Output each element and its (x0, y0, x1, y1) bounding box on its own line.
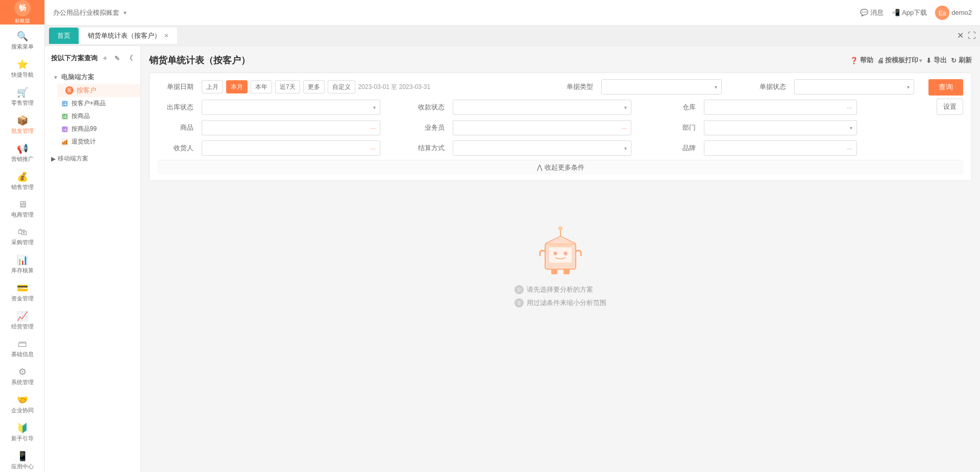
tabbar: 首页 销货单统计表（按客户） ✕ ✕ ⛶ (45, 26, 980, 46)
sales-report-tab-label: 销货单统计表（按客户） (88, 31, 161, 40)
add-scheme-btn[interactable]: ＋ (100, 53, 110, 63)
tree-desktop-header[interactable]: ▼ 电脑端方案 (45, 70, 140, 84)
sidebar-item-inventory[interactable]: 📊 库存核算 (0, 250, 44, 278)
tab-sales-report[interactable]: 销货单统计表（按客户） ✕ (80, 28, 177, 44)
receiver-ellipsis[interactable]: ··· (370, 145, 376, 152)
query-btn-group: 查询 设置 (928, 79, 963, 115)
tab-close-window-btn[interactable]: ✕ (957, 31, 964, 40)
settlement-label: 结算方式 (409, 144, 445, 153)
warehouse-ellipsis[interactable]: ··· (847, 104, 852, 111)
tree-item-return-stats[interactable]: 退货统计 (57, 135, 140, 148)
goods-input[interactable]: ··· (202, 120, 380, 135)
tab-maximize-btn[interactable]: ⛶ (968, 31, 976, 40)
tree-desktop-items: 客 按客户 按客户+商品 按商品 (45, 84, 140, 148)
sidebar-item-basic[interactable]: 🗃 基础信息 (0, 335, 44, 362)
sidebar-item-system[interactable]: ⚙ 系统管理 (0, 362, 44, 390)
message-icon: 💬 (860, 9, 868, 16)
app-download-btn[interactable]: 📲 App下载 (892, 8, 927, 17)
collab-icon: 🤝 (17, 394, 28, 406)
ecommerce-icon: 🖥 (18, 199, 27, 210)
sidebar-item-sales[interactable]: 💰 销售管理 (0, 167, 44, 195)
export-btn[interactable]: ⬇ 导出 (926, 56, 947, 65)
sidebar-item-search[interactable]: 🔍 搜索菜单 (0, 27, 44, 55)
page-title: 销货单统计表（按客户） (149, 54, 250, 66)
filter-goods-row: 商品 ··· 业务员 ··· 部 (158, 120, 914, 135)
help-btn[interactable]: ❓ 帮助 (850, 56, 873, 65)
message-btn[interactable]: 💬 消息 (860, 8, 884, 17)
svg-rect-5 (63, 114, 67, 119)
date-btn-more[interactable]: 更多 (303, 80, 325, 93)
sidebar-item-purchase[interactable]: 🛍 采购管理 (0, 223, 44, 250)
tree-item-by-goods99[interactable]: 按商品99 (57, 123, 140, 135)
inventory-icon: 📊 (17, 254, 28, 266)
page-title-actions: ❓ 帮助 🖨 按模板打印 ▾ ⬇ 导出 ↻ 刷新 (850, 56, 972, 65)
topbar-arrow: ▾ (124, 9, 127, 16)
date-btn-7days[interactable]: 近7天 (275, 80, 300, 93)
sidebar-item-collab[interactable]: 🤝 企业协同 (0, 390, 44, 418)
filter-area: 单据日期 上月 本月 本年 近7天 更多 自定义 2023-03-01 至 20… (149, 73, 972, 181)
tree-mobile-header[interactable]: ▶ 移动端方案 (45, 152, 140, 165)
brand-input[interactable]: ··· (704, 140, 857, 156)
settlement-input[interactable]: ▾ (453, 140, 631, 156)
sidebar-menu: 🔍 搜索菜单 ⭐ 快捷导航 🛒 零售管理 📦 批发管理 📢 营销推广 💰 销售管… (0, 27, 44, 472)
salesperson-input[interactable]: ··· (453, 120, 631, 135)
sidebar-item-marketing[interactable]: 📢 营销推广 (0, 139, 44, 167)
collapse-panel-btn[interactable]: 《 (124, 53, 134, 63)
empty-tip-2: ② 用过滤条件来缩小分析范围 (514, 298, 606, 308)
tree-item-customer-goods[interactable]: 按客户+商品 (57, 97, 140, 110)
svg-point-19 (554, 252, 557, 255)
dept-input[interactable]: ▾ (704, 120, 857, 135)
refresh-btn[interactable]: ↻ 刷新 (951, 56, 972, 65)
sidebar-item-guide[interactable]: 🔰 新手引导 (0, 418, 44, 446)
print-icon: 🖨 (877, 57, 884, 64)
query-button[interactable]: 查询 (928, 79, 963, 96)
date-btn-this-year[interactable]: 本年 (251, 80, 272, 93)
svg-rect-8 (63, 127, 67, 131)
app-subtitle: 标账版 (15, 17, 30, 25)
tree-desktop-section: ▼ 电脑端方案 客 按客户 按客户+商品 (45, 70, 140, 148)
sales-icon: 💰 (17, 171, 28, 182)
tree-item-by-customer[interactable]: 客 按客户 (57, 84, 140, 97)
warehouse-label: 仓库 (660, 103, 696, 112)
side-panel: 按以下方案查询 ＋ ✎ 《 ▼ 电脑端方案 客 按客户 (45, 46, 141, 472)
svg-rect-11 (62, 142, 64, 145)
brand-ellipsis[interactable]: ··· (847, 145, 852, 152)
print-btn[interactable]: 🖨 按模板打印 ▾ (877, 56, 922, 65)
tab-close-btn[interactable]: ✕ (164, 32, 169, 39)
tree-item-by-goods[interactable]: 按商品 (57, 110, 140, 123)
warehouse-input[interactable]: ··· (704, 100, 857, 115)
salesperson-ellipsis[interactable]: ··· (621, 124, 627, 132)
topbar-title: 办公用品行业模拟账套 (53, 8, 119, 17)
sidebar-item-ecommerce[interactable]: 🖥 电商管理 (0, 195, 44, 223)
nav-icon: ⭐ (17, 59, 28, 70)
goods-ellipsis[interactable]: ··· (370, 124, 376, 132)
out-status-label: 出库状态 (158, 103, 193, 112)
mobile-expand-icon: ▶ (51, 155, 56, 162)
filter-status-row: 出库状态 ▾ 收款状态 ▾ 仓库 (158, 100, 914, 115)
order-type-input[interactable]: ▾ (601, 79, 721, 95)
return-stats-icon (61, 138, 68, 146)
collect-status-input[interactable]: ▾ (453, 100, 631, 115)
basic-icon: 🗃 (18, 339, 27, 349)
out-status-input[interactable]: ▾ (202, 100, 380, 115)
sidebar-item-wholesale[interactable]: 📦 批发管理 (0, 111, 44, 139)
receiver-input[interactable]: ··· (202, 140, 380, 156)
tab-home[interactable]: 首页 (49, 28, 79, 44)
edit-scheme-btn[interactable]: ✎ (112, 53, 122, 63)
sidebar-item-operation[interactable]: 📈 经营管理 (0, 306, 44, 335)
sidebar-item-finance[interactable]: 💳 资金管理 (0, 278, 44, 306)
svg-point-20 (565, 252, 567, 255)
user-info[interactable]: Ea demo2 (935, 6, 972, 20)
sidebar-item-nav[interactable]: ⭐ 快捷导航 (0, 55, 44, 83)
sidebar-item-retail[interactable]: 🛒 零售管理 (0, 83, 44, 111)
date-btn-last-month[interactable]: 上月 (202, 80, 223, 93)
collapse-btn[interactable]: ⋀ 收起更多条件 (158, 160, 963, 174)
dept-dropdown: ▾ (850, 125, 852, 131)
date-btn-this-month[interactable]: 本月 (226, 80, 248, 93)
settings-button[interactable]: 设置 (937, 99, 963, 115)
receiver-label: 收货人 (158, 144, 193, 153)
date-btn-custom[interactable]: 自定义 (328, 80, 355, 93)
download-icon: 📲 (892, 9, 900, 16)
order-status-input[interactable]: ▾ (794, 79, 914, 95)
sidebar-item-apps[interactable]: 📱 应用中心 (0, 446, 44, 472)
